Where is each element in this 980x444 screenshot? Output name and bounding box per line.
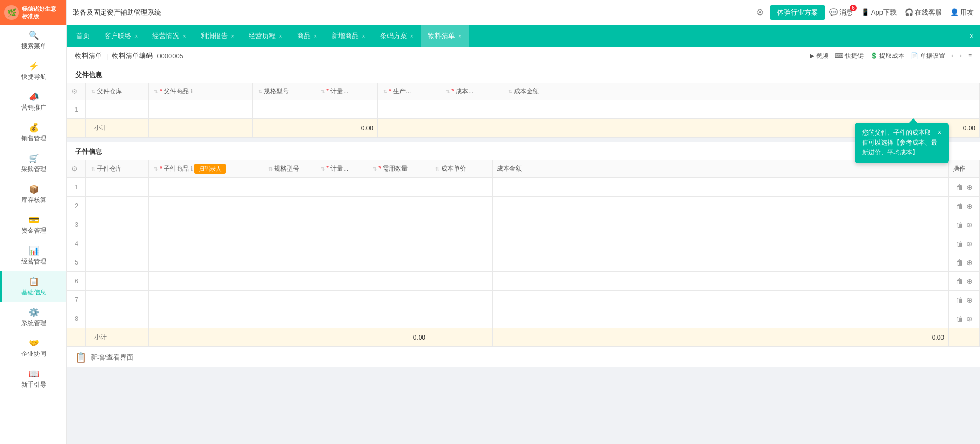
child-row-4-unit[interactable] [315, 234, 368, 253]
parent-row-1-spec[interactable] [253, 100, 315, 119]
child-row-4-product[interactable] [149, 234, 263, 253]
child-row-1-cost-amount[interactable] [493, 178, 949, 197]
copy-icon-5[interactable]: ⊕ [966, 258, 973, 267]
child-row-5-qty[interactable] [368, 253, 430, 272]
child-row-3-unit[interactable] [315, 215, 368, 234]
child-row-8-cost-amount[interactable] [493, 309, 949, 328]
child-row-5-unit[interactable] [315, 253, 368, 272]
tab-home[interactable]: 首页 [69, 25, 97, 47]
tab-barcode-plan[interactable]: 条码方案 × [373, 25, 421, 47]
child-row-8-spec[interactable] [263, 309, 315, 328]
action-view[interactable]: ▶ 视频 [810, 52, 828, 61]
child-row-6-cost-amount[interactable] [493, 272, 949, 291]
tab-operations-status[interactable]: 经营情况 × [145, 25, 193, 47]
sidebar-item-guide[interactable]: 📖 新手引导 [0, 364, 66, 394]
child-row-7-product[interactable] [149, 291, 263, 309]
copy-icon-4[interactable]: ⊕ [966, 239, 973, 248]
table-view-icon[interactable]: ≡ [968, 52, 972, 59]
child-row-7-qty[interactable] [368, 291, 430, 309]
delete-icon-8[interactable]: 🗑 [956, 315, 963, 323]
child-row-5-spec[interactable] [263, 253, 315, 272]
child-settings-gear[interactable]: ⚙ [71, 165, 78, 173]
child-row-5-product[interactable] [149, 253, 263, 272]
child-row-5-unit-cost[interactable] [430, 253, 493, 272]
child-row-5-warehouse[interactable] [86, 253, 149, 272]
child-row-3-unit-cost[interactable] [430, 215, 493, 234]
tab-products[interactable]: 商品 × [290, 25, 324, 47]
tab-customer-close[interactable]: × [134, 33, 138, 39]
delete-icon-5[interactable]: 🗑 [956, 258, 963, 267]
child-row-7-cost-amount[interactable] [493, 291, 949, 309]
settings-gear-icon[interactable]: ⚙ [754, 5, 766, 19]
sidebar-item-operations[interactable]: 📊 经营管理 [0, 241, 66, 271]
online-service-action[interactable]: 🎧 在线客服 [905, 8, 942, 17]
tab-operations-history-close[interactable]: × [279, 33, 282, 39]
child-row-6-qty[interactable] [368, 272, 430, 291]
tab-profit-report[interactable]: 利润报告 × [193, 25, 241, 47]
child-row-6-unit[interactable] [315, 272, 368, 291]
tab-customer[interactable]: 客户联络 × [97, 25, 145, 47]
tab-new-products-close[interactable]: × [362, 33, 365, 39]
child-row-6-unit-cost[interactable] [430, 272, 493, 291]
child-row-8-unit[interactable] [315, 309, 368, 328]
message-action[interactable]: 💬 消息 6 [829, 8, 853, 17]
parent-row-1-product[interactable] [149, 100, 253, 119]
sidebar-item-system[interactable]: ⚙️ 系统管理 [0, 302, 66, 333]
delete-icon-1[interactable]: 🗑 [956, 183, 963, 191]
child-row-2-product[interactable] [149, 197, 263, 215]
trial-btn[interactable]: 体验行业方案 [770, 5, 825, 20]
sidebar-item-finance[interactable]: 💳 资金管理 [0, 210, 66, 241]
tab-new-products[interactable]: 新增商品 × [324, 25, 372, 47]
sidebar-item-inventory[interactable]: 📦 库存核算 [0, 179, 66, 210]
parent-row-1-cost[interactable] [440, 100, 503, 119]
action-cost[interactable]: 💲 提取成本 [870, 52, 904, 61]
child-col-settings[interactable]: ⚙ [67, 160, 86, 178]
sidebar-item-search[interactable]: 🔍 搜索菜单 [0, 25, 66, 56]
child-row-3-cost-amount[interactable] [493, 215, 949, 234]
tab-operations-status-close[interactable]: × [182, 33, 186, 39]
delete-icon-4[interactable]: 🗑 [956, 239, 963, 248]
child-row-8-qty[interactable] [368, 309, 430, 328]
child-row-4-qty[interactable] [368, 234, 430, 253]
nav-next[interactable]: › [960, 52, 962, 59]
child-row-4-cost-amount[interactable] [493, 234, 949, 253]
delete-icon-7[interactable]: 🗑 [956, 296, 963, 304]
user-action[interactable]: 👤 用友 [950, 8, 974, 17]
delete-icon-6[interactable]: 🗑 [956, 277, 963, 285]
child-row-6-warehouse[interactable] [86, 272, 149, 291]
sidebar-item-purchase[interactable]: 🛒 采购管理 [0, 148, 66, 179]
scan-btn[interactable]: 扫码录入 [194, 164, 226, 174]
sidebar-item-sales[interactable]: 💰 销售管理 [0, 117, 66, 148]
child-row-2-warehouse[interactable] [86, 197, 149, 215]
child-row-2-spec[interactable] [263, 197, 315, 215]
tooltip-close-btn[interactable]: × [938, 128, 941, 138]
child-row-8-warehouse[interactable] [86, 309, 149, 328]
child-row-3-product[interactable] [149, 215, 263, 234]
child-row-6-spec[interactable] [263, 272, 315, 291]
tab-operations-history[interactable]: 经营历程 × [241, 25, 289, 47]
child-row-4-spec[interactable] [263, 234, 315, 253]
child-row-8-product[interactable] [149, 309, 263, 328]
child-row-1-spec[interactable] [263, 178, 315, 197]
copy-icon-2[interactable]: ⊕ [966, 202, 973, 210]
child-row-3-qty[interactable] [368, 215, 430, 234]
delete-icon-3[interactable]: 🗑 [956, 221, 963, 229]
child-row-5-cost-amount[interactable] [493, 253, 949, 272]
child-row-2-unit[interactable] [315, 197, 368, 215]
child-row-3-spec[interactable] [263, 215, 315, 234]
child-row-1-unit[interactable] [315, 178, 368, 197]
tab-products-close[interactable]: × [314, 33, 317, 39]
action-shortcut[interactable]: ⌨ 快捷键 [835, 52, 864, 61]
sidebar-item-basic-info[interactable]: 📋 基础信息 [0, 271, 66, 302]
child-row-1-unit-cost[interactable] [430, 178, 493, 197]
child-row-1-warehouse[interactable] [86, 178, 149, 197]
close-all-tabs[interactable]: × [965, 30, 978, 42]
child-row-4-unit-cost[interactable] [430, 234, 493, 253]
sidebar-item-enterprise[interactable]: 🤝 企业协同 [0, 333, 66, 364]
copy-icon-7[interactable]: ⊕ [966, 296, 973, 304]
copy-icon-3[interactable]: ⊕ [966, 221, 973, 229]
parent-col-settings[interactable]: ⚙ [67, 83, 86, 100]
child-row-7-warehouse[interactable] [86, 291, 149, 309]
child-row-7-unit-cost[interactable] [430, 291, 493, 309]
child-row-2-cost-amount[interactable] [493, 197, 949, 215]
